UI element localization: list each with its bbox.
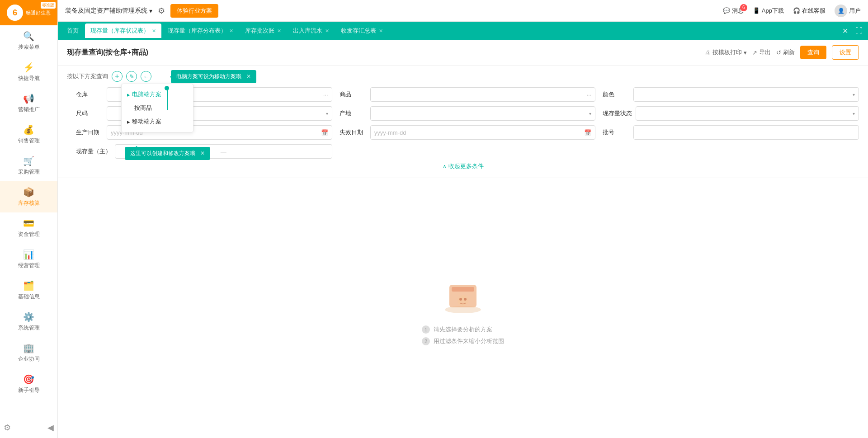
support-icon: 🎧 [793, 7, 800, 14]
sidebar-settings-icon[interactable]: ⚙ [4, 423, 11, 433]
sidebar-item-label: 经营管理 [18, 262, 40, 269]
scheme-tree-dropdown: ▸ 电脑端方案 按商品 ▸ 移动端方案 [121, 84, 193, 132]
tab-receive-summary-close[interactable]: ✕ [379, 28, 383, 34]
sidebar-item-marketing[interactable]: 📢 营销推广 [0, 88, 57, 119]
logo-text: 畅通好生意 [26, 9, 51, 16]
tab-inventory-status-close[interactable]: ✕ [152, 28, 156, 34]
tab-inventory-batch-label: 库存批次账 [245, 27, 274, 35]
online-support-btn[interactable]: 🎧 在线客服 [793, 7, 826, 15]
sidebar-item-enterprise[interactable]: 🏢 企业协同 [0, 337, 57, 368]
tab-inventory-status-label: 现存量（库存状况表） [90, 27, 149, 35]
sidebar-item-guide[interactable]: 🎯 新手引导 [0, 368, 57, 400]
page-content: 现存量查询(按仓库+商品) 🖨 按模板打印 ▾ ↗ 导出 ↺ 刷新 [58, 40, 868, 438]
refresh-btn[interactable]: ↺ 刷新 [776, 48, 795, 57]
sidebar-item-quick-nav[interactable]: ⚡ 快捷导航 [0, 57, 57, 88]
sidebar-item-operation[interactable]: 📊 经营管理 [0, 244, 57, 275]
stock-status-select[interactable]: ▾ [636, 106, 859, 121]
app-download-label: App下载 [762, 7, 784, 15]
tooltip1-close-icon[interactable]: ✕ [246, 73, 251, 80]
stock-qty-max[interactable] [230, 148, 328, 155]
sidebar-item-search[interactable]: 🔍 搜索菜单 [0, 25, 57, 57]
tab-maximize-icon[interactable]: ⛶ [854, 25, 864, 37]
sidebar-item-basic[interactable]: 🗂️ 基础信息 [0, 275, 57, 306]
marketing-icon: 📢 [23, 93, 34, 104]
origin-select[interactable]: ▾ [370, 106, 596, 121]
enterprise-icon: 🏢 [23, 343, 34, 353]
filter-field-goods: 商品 ··· [340, 87, 596, 102]
add-scheme-btn[interactable]: + [112, 71, 123, 82]
sidebar-item-purchase[interactable]: 🛒 采购管理 [0, 150, 57, 181]
filter-field-expire-date: 失效日期 yyyy-mm-dd 📅 [340, 125, 596, 140]
filter-label: 按以下方案查询 [67, 72, 108, 80]
scheme-tree-desktop-group[interactable]: ▸ 电脑端方案 [122, 88, 193, 101]
print-btn[interactable]: 🖨 按模板打印 ▾ [705, 48, 747, 57]
tab-in-out-flow[interactable]: 出入库流水 ✕ [288, 24, 335, 38]
tab-inventory-batch-close[interactable]: ✕ [277, 28, 281, 34]
connection-dot [165, 86, 169, 90]
tab-close-all-icon[interactable]: ✕ [840, 25, 850, 37]
collapse-icon: ∧ [443, 163, 447, 170]
tab-inventory-status[interactable]: 现存量（库存状况表） ✕ [85, 24, 161, 38]
scheme-tree-mobile-group[interactable]: ▸ 移动端方案 [122, 115, 193, 128]
export-btn[interactable]: ↗ 导出 [752, 48, 771, 57]
scheme-mobile-label: 移动端方案 [132, 118, 161, 126]
tab-inventory-batch[interactable]: 库存批次账 ✕ [240, 24, 287, 38]
sidebar-item-system[interactable]: ⚙️ 系统管理 [0, 306, 57, 337]
user-menu[interactable]: 👤 用户 [835, 5, 861, 17]
sidebar-item-sales[interactable]: 💰 销售管理 [0, 119, 57, 150]
scheme-tree-by-goods[interactable]: 按商品 [122, 101, 193, 115]
tab-inventory-dist[interactable]: 现存量（库存分布表） ✕ [162, 24, 239, 38]
stock-status-label: 现存量状态 [603, 109, 632, 118]
sidebar-collapse-icon[interactable]: ◀ [47, 423, 54, 433]
goods-input[interactable]: ··· [370, 87, 596, 102]
system-name-dropdown[interactable]: 装备及固定资产辅助管理系统 ▾ [65, 7, 152, 15]
search-icon: 🔍 [23, 31, 34, 42]
settings-btn[interactable]: 设置 [832, 45, 859, 60]
edit-scheme-btn[interactable]: ✎ [126, 71, 137, 82]
empty-tip-1: 1 请先选择要分析的方案 [422, 325, 504, 334]
warehouse-dots-icon: ··· [323, 91, 328, 98]
origin-label: 产地 [340, 109, 367, 118]
page-title-bar: 现存量查询(按仓库+商品) 🖨 按模板打印 ▾ ↗ 导出 ↺ 刷新 [58, 40, 868, 66]
notification-btn[interactable]: 💬 消息 6 [723, 7, 744, 15]
sidebar-footer: ⚙ ◀ [0, 417, 57, 438]
settings-gear-icon[interactable]: ⚙ [158, 6, 165, 16]
tip-num-1: 1 [422, 325, 430, 334]
svg-rect-2 [452, 287, 474, 292]
tab-home[interactable]: 首页 [61, 24, 84, 38]
expire-date-input[interactable]: yyyy-mm-dd 📅 [370, 125, 596, 140]
sidebar: 6 畅通好生意 标准版 🔍 搜索菜单 ⚡ 快捷导航 📢 营销推广 💰 销售管理 … [0, 0, 58, 438]
user-label: 用户 [849, 7, 861, 15]
app-download-btn[interactable]: 📱 App下载 [753, 7, 784, 15]
finance-icon: 💳 [23, 218, 34, 229]
operation-icon: 📊 [23, 249, 34, 260]
inventory-icon: 📦 [23, 187, 34, 198]
tooltip2-close-icon[interactable]: ✕ [200, 150, 205, 156]
filter-field-prod-date: 生产日期 yyyy-mm-dd 📅 [76, 125, 332, 140]
batch-no-input[interactable] [633, 125, 859, 140]
color-label: 颜色 [603, 90, 630, 99]
size-label: 尺码 [76, 109, 103, 118]
tab-in-out-flow-close[interactable]: ✕ [325, 28, 329, 34]
color-select[interactable]: ▾ [633, 87, 859, 102]
tooltip2-text: 这里可以创建和修改方案哦 [130, 150, 195, 156]
sidebar-item-inventory[interactable]: 📦 库存核算 [0, 181, 57, 212]
tab-inventory-dist-close[interactable]: ✕ [229, 28, 233, 34]
online-support-label: 在线客服 [802, 7, 826, 15]
stock-qty-label: 现存量（主） [76, 147, 111, 155]
experience-btn[interactable]: 体验行业方案 [170, 4, 218, 18]
sidebar-item-finance[interactable]: 💳 资金管理 [0, 212, 57, 244]
query-btn[interactable]: 查询 [800, 46, 826, 59]
color-select-arrow: ▾ [853, 92, 855, 97]
header-right: 💬 消息 6 📱 App下载 🎧 在线客服 👤 用户 [723, 5, 861, 17]
svg-point-5 [464, 298, 467, 301]
export-label: 导出 [759, 48, 771, 57]
system-name-text: 装备及固定资产辅助管理系统 [65, 7, 147, 15]
sidebar-item-label: 新手引导 [18, 386, 40, 394]
tab-receive-summary[interactable]: 收发存汇总表 ✕ [335, 24, 388, 38]
collapse-filter-btn[interactable]: ∧ 收起更多条件 [67, 159, 859, 172]
refresh-label: 刷新 [783, 48, 795, 57]
top-header: 装备及固定资产辅助管理系统 ▾ ⚙ 体验行业方案 💬 消息 6 📱 App下载 … [58, 0, 868, 22]
prev-scheme-btn[interactable]: ← [141, 71, 151, 82]
print-dropdown-icon: ▾ [744, 49, 747, 56]
